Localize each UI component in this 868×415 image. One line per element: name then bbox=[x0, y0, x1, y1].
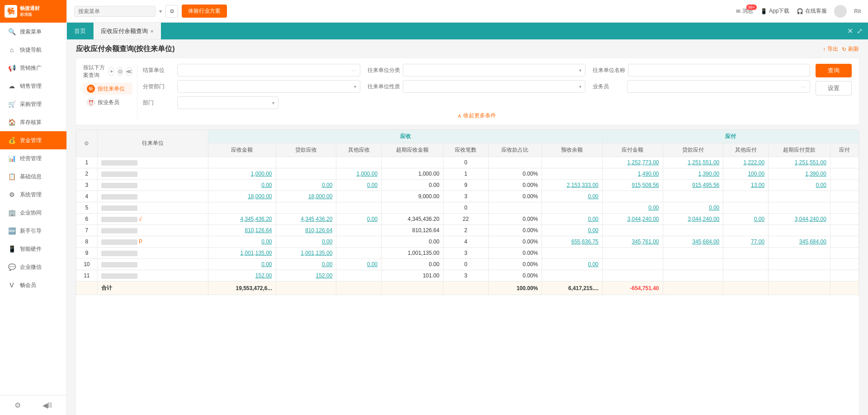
online-service-btn[interactable]: 🎧 在线客服 bbox=[797, 7, 827, 15]
branch-dept-input[interactable]: ▾ bbox=[177, 80, 360, 93]
table-cell[interactable]: 0.00 bbox=[276, 259, 336, 270]
table-cell[interactable]: 2,153,333.00 bbox=[542, 180, 603, 191]
table-cell[interactable]: 915,495.56 bbox=[663, 180, 723, 191]
table-cell[interactable]: 0.00 bbox=[542, 191, 603, 202]
sidebar-item-search[interactable]: 🔍 搜索菜单 bbox=[0, 23, 66, 41]
tab-current[interactable]: 应收应付余额查询 × bbox=[94, 23, 161, 39]
table-cell[interactable]: 1,390.00 bbox=[663, 168, 723, 180]
table-cell[interactable]: 0.00 bbox=[208, 236, 276, 248]
settlement-input[interactable]: ··· bbox=[177, 64, 360, 76]
table-cell[interactable]: 4,345,436.20 bbox=[208, 214, 276, 225]
sidebar-item-inventory[interactable]: 🏠 库存核算 bbox=[0, 113, 66, 131]
table-cell[interactable]: 13.00 bbox=[723, 180, 769, 191]
table-cell[interactable]: 0.00 bbox=[336, 259, 382, 270]
sidebar-item-enterprise[interactable]: 🏢 企业协同 bbox=[0, 204, 66, 222]
table-cell[interactable]: 1,490.00 bbox=[602, 168, 663, 180]
settings-btn[interactable]: 设置 bbox=[816, 81, 852, 95]
table-cell[interactable]: 1,390.00 bbox=[769, 168, 830, 180]
table-cell[interactable]: 0.00 bbox=[336, 214, 382, 225]
sidebar-item-vip[interactable]: V 畅会员 bbox=[0, 276, 66, 294]
table-cell[interactable]: 18,000.00 bbox=[276, 191, 336, 202]
table-cell[interactable]: 0.00 bbox=[663, 202, 723, 214]
table-cell[interactable]: 3,044,240.00 bbox=[769, 214, 830, 225]
messages-btn[interactable]: ✉ 消息 99+ bbox=[736, 7, 753, 15]
table-cell[interactable]: 1,251,551.00 bbox=[769, 157, 830, 168]
sidebar-collapse-btn[interactable]: ◀II bbox=[41, 399, 54, 411]
collapse-btn[interactable]: ∧ 收起更多条件 bbox=[143, 112, 810, 119]
breadcrumb-arrow-icon[interactable]: ▾ bbox=[159, 8, 162, 14]
sidebar-item-operations[interactable]: 📊 经营管理 bbox=[0, 149, 66, 167]
table-cell[interactable]: 1,001,135.00 bbox=[276, 248, 336, 259]
table-cell[interactable]: 810,126.64 bbox=[276, 225, 336, 236]
sidebar-item-marketing[interactable]: 📢 营销推广 bbox=[0, 59, 66, 77]
sidebar-item-finance[interactable]: 💰 资金管理 bbox=[0, 131, 66, 149]
table-cell[interactable]: 0.00 bbox=[542, 259, 603, 270]
sidebar-item-basicinfo[interactable]: 📋 基础信息 bbox=[0, 167, 66, 186]
table-cell[interactable]: 3,044,240.00 bbox=[663, 214, 723, 225]
table-cell[interactable]: 0.00 bbox=[542, 214, 603, 225]
dept-input[interactable]: ▾ bbox=[177, 96, 278, 109]
table-cell[interactable]: 152.00 bbox=[208, 270, 276, 281]
scheme-item-partner[interactable]: 畅 按往来单位 bbox=[83, 83, 132, 95]
table-cell[interactable]: 0.00 bbox=[769, 180, 830, 191]
tab-close-window-btn[interactable]: ✕ bbox=[847, 27, 853, 35]
table-cell[interactable]: 152.00 bbox=[276, 270, 336, 281]
refresh-btn[interactable]: ↻ 刷新 bbox=[842, 45, 859, 53]
table-cell[interactable]: 18,000.00 bbox=[208, 191, 276, 202]
industry-btn[interactable]: 体验行业方案 bbox=[182, 5, 227, 18]
sidebar-item-quicknav[interactable]: ⌂ 快捷导航 bbox=[0, 41, 66, 59]
table-cell[interactable]: 3,044,240.00 bbox=[602, 214, 663, 225]
partner-cat-input[interactable]: ▾ bbox=[403, 64, 585, 76]
table-cell[interactable]: 345,761.00 bbox=[602, 236, 663, 248]
table-cell[interactable]: 1,252,773.00 bbox=[602, 157, 663, 168]
sidebar-item-guide[interactable]: 🆕 新手引导 bbox=[0, 222, 66, 240]
scheme-item-salesperson[interactable]: ⏰ 按业务员 bbox=[83, 96, 132, 108]
sidebar-item-purchase[interactable]: 🛒 采购管理 bbox=[0, 95, 66, 113]
filter-collapse-btn[interactable]: ≪ bbox=[126, 67, 132, 76]
table-cell[interactable]: 0.00 bbox=[276, 180, 336, 191]
gear-button[interactable]: ⚙ bbox=[165, 5, 178, 18]
table-cell[interactable]: 655,636.75 bbox=[542, 236, 603, 248]
table-cell[interactable]: 1,251,551.00 bbox=[663, 157, 723, 168]
sidebar-settings-btn[interactable]: ⚙ bbox=[13, 399, 23, 411]
export-btn[interactable]: ↑ 导出 bbox=[823, 45, 838, 53]
table-cell[interactable]: 1,001,135.00 bbox=[208, 248, 276, 259]
sidebar-item-smarthw[interactable]: 📱 智能硬件 bbox=[0, 240, 66, 258]
partner-nature-input[interactable]: ▾ bbox=[403, 80, 585, 93]
table-cell[interactable]: 915,508.56 bbox=[602, 180, 663, 191]
table-cell[interactable]: 0.00 bbox=[208, 259, 276, 270]
table-cell[interactable]: 0.00 bbox=[276, 236, 336, 248]
table-cell[interactable]: 0.00 bbox=[208, 180, 276, 191]
table-cell[interactable]: 1,000.00 bbox=[208, 168, 276, 180]
sidebar-item-sales[interactable]: ☁ 销售管理 bbox=[0, 77, 66, 95]
tab-home[interactable]: 首页 bbox=[67, 23, 94, 39]
table-cell[interactable]: 77.00 bbox=[723, 236, 769, 248]
table-cell[interactable]: 4,345,436.20 bbox=[276, 214, 336, 225]
table-cell[interactable]: 345,684.00 bbox=[663, 236, 723, 248]
table-cell[interactable]: 0.00 bbox=[723, 214, 769, 225]
online-service-icon: 🎧 bbox=[797, 8, 803, 14]
sidebar-item-weixin[interactable]: 💬 企业微信 bbox=[0, 258, 66, 276]
partner-name-input[interactable] bbox=[628, 64, 810, 76]
app-download-btn[interactable]: 📱 App下载 bbox=[760, 7, 789, 15]
table-cell[interactable]: 1,000.00 bbox=[336, 168, 382, 180]
salesperson-input[interactable]: ··· bbox=[627, 80, 810, 93]
table-cell[interactable]: 0.00 bbox=[336, 180, 382, 191]
filter-add-btn[interactable]: + bbox=[108, 67, 114, 76]
search-input[interactable] bbox=[74, 6, 156, 17]
table-cell bbox=[663, 259, 723, 270]
col-settings[interactable]: ⚙ bbox=[76, 130, 98, 157]
tab-fullscreen-btn[interactable]: ⤢ bbox=[857, 27, 863, 35]
sidebar-item-system[interactable]: ⚙ 系统管理 bbox=[0, 186, 66, 204]
filter-settings-btn[interactable]: ⊙ bbox=[117, 67, 123, 76]
table-cell[interactable]: 0.00 bbox=[602, 202, 663, 214]
table-cell[interactable]: 100.00 bbox=[723, 168, 769, 180]
user-name[interactable]: Rit bbox=[854, 8, 861, 14]
user-avatar[interactable] bbox=[834, 5, 847, 18]
table-cell[interactable]: 0.00 bbox=[542, 225, 603, 236]
table-cell[interactable]: 1,222.00 bbox=[723, 157, 769, 168]
table-cell[interactable]: 810,126.64 bbox=[208, 225, 276, 236]
query-btn[interactable]: 查询 bbox=[816, 64, 852, 77]
tab-close-icon[interactable]: × bbox=[151, 29, 153, 34]
table-cell[interactable]: 345,684.00 bbox=[769, 236, 830, 248]
